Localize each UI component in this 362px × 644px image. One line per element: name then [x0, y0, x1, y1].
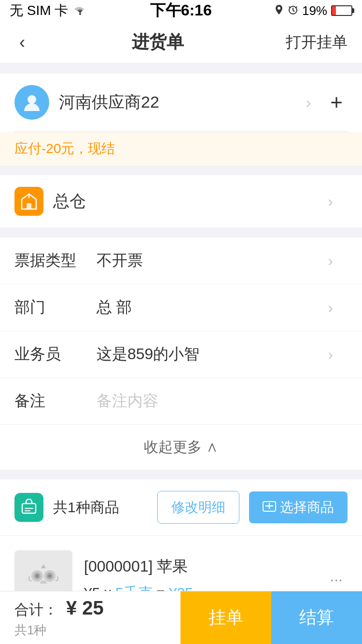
footer-total-row: 合计： ¥ 25: [14, 597, 166, 620]
product-header: 共1种商品 修改明细 选择商品: [0, 479, 362, 535]
svg-point-2: [28, 95, 36, 104]
alarm-icon: [288, 3, 298, 18]
supplier-row[interactable]: 河南供应商22 › +: [0, 73, 362, 131]
select-product-label: 选择商品: [280, 498, 334, 517]
remark-placeholder: 备注内容: [97, 391, 348, 412]
warehouse-card: 总仓 ›: [0, 175, 362, 227]
footer-total: 合计： ¥ 25 共1种: [0, 597, 181, 639]
supplier-name: 河南供应商22: [59, 91, 306, 113]
remark-label: 备注: [14, 391, 92, 412]
department-label: 部门: [14, 297, 92, 318]
product-more-button[interactable]: ···: [325, 566, 348, 593]
invoice-type-row[interactable]: 票据类型 不开票 ›: [0, 237, 362, 284]
department-value: 总 部: [97, 297, 328, 318]
main-content: 河南供应商22 › + 应付-20元，现结 总仓 › 票据类型 不开票 ›: [0, 64, 362, 644]
svg-point-0: [79, 13, 81, 15]
invoice-type-label: 票据类型: [14, 250, 92, 271]
svg-rect-3: [27, 203, 31, 209]
wifi-icon: [73, 3, 87, 18]
invoice-type-value: 不开票: [97, 250, 328, 271]
product-title: 苹果: [157, 558, 188, 575]
salesperson-chevron-icon: ›: [328, 346, 333, 364]
invoice-chevron-icon: ›: [328, 252, 333, 270]
notice-bar: 应付-20元，现结: [0, 132, 362, 166]
product-icon: [14, 493, 43, 522]
remark-row[interactable]: 备注 备注内容: [0, 378, 362, 424]
total-amount: ¥ 25: [66, 597, 104, 618]
section-gap-4: [0, 470, 362, 479]
nav-bar: ‹ 进货单 打开挂单: [0, 21, 362, 64]
hang-button[interactable]: 挂单: [181, 591, 271, 644]
warehouse-icon: [14, 187, 43, 216]
warehouse-name: 总仓: [53, 190, 328, 212]
notice-text: 应付-20元，现结: [14, 141, 115, 156]
supplier-chevron-icon: ›: [306, 94, 311, 112]
battery-icon: [331, 5, 352, 16]
section-gap-3: [0, 227, 362, 237]
salesperson-row[interactable]: 业务员 这是859的小智 ›: [0, 331, 362, 378]
product-count: 共1种商品: [53, 498, 148, 518]
select-product-button[interactable]: 选择商品: [249, 491, 348, 523]
location-icon: [274, 3, 284, 18]
form-card: 票据类型 不开票 › 部门 总 部 › 业务员 这是859的小智 › 备注 备注…: [0, 237, 362, 470]
svg-point-10: [36, 574, 39, 577]
product-name: [0000001] 苹果: [84, 556, 313, 577]
checkout-button[interactable]: 结算: [271, 591, 362, 644]
salesperson-label: 业务员: [14, 344, 92, 365]
section-gap-2: [0, 166, 362, 175]
total-count: 共1种: [14, 622, 166, 639]
back-button[interactable]: ‹: [14, 28, 30, 57]
open-hang-button[interactable]: 打开挂单: [286, 32, 348, 53]
svg-point-11: [48, 574, 51, 577]
product-code: [0000001]: [84, 558, 157, 575]
warehouse-row[interactable]: 总仓 ›: [0, 175, 362, 227]
department-chevron-icon: ›: [328, 299, 333, 317]
salesperson-value: 这是859的小智: [97, 344, 328, 365]
add-supplier-button[interactable]: +: [325, 90, 348, 114]
footer: 合计： ¥ 25 共1种 挂单 结算: [0, 591, 362, 644]
edit-detail-button[interactable]: 修改明细: [157, 491, 239, 524]
warehouse-chevron-icon: ›: [328, 193, 333, 210]
battery-label: 19%: [302, 3, 327, 18]
department-row[interactable]: 部门 总 部 ›: [0, 284, 362, 331]
status-bar: 无 SIM 卡 下午6:16 19%: [0, 0, 362, 21]
page-title: 进货单: [132, 30, 184, 54]
collapse-bar[interactable]: 收起更多 ∧: [0, 424, 362, 470]
supplier-avatar: [14, 85, 49, 120]
total-label: 合计：: [14, 602, 58, 617]
supplier-card: 河南供应商22 › + 应付-20元，现结: [0, 73, 362, 166]
status-time: 下午6:16: [150, 0, 212, 21]
status-left: 无 SIM 卡: [10, 1, 87, 20]
carrier-label: 无 SIM 卡: [10, 1, 68, 20]
status-right: 19%: [274, 3, 352, 18]
section-gap-1: [0, 64, 362, 73]
